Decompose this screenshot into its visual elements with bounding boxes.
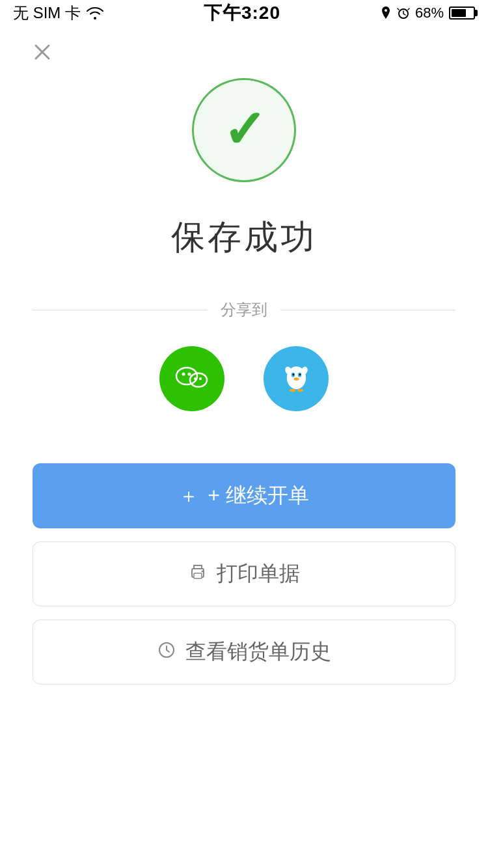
battery-icon	[449, 7, 475, 20]
continue-button[interactable]: ＋ + 继续开单	[33, 463, 455, 528]
status-right-icons: 68%	[380, 5, 475, 21]
battery-percent: 68%	[415, 5, 444, 21]
history-svg	[157, 640, 176, 660]
print-button[interactable]: 打印单据	[33, 541, 455, 606]
continue-label: + 继续开单	[208, 481, 309, 510]
history-icon	[157, 640, 176, 664]
svg-point-6	[188, 373, 191, 376]
status-bar: 无 SIM 卡 下午3:20 68%	[0, 0, 488, 26]
alarm-icon	[397, 7, 410, 20]
svg-point-21	[202, 570, 204, 572]
success-circle: ✓	[192, 78, 296, 182]
close-button[interactable]	[26, 36, 59, 68]
history-button[interactable]: 查看销货单历史	[33, 619, 455, 685]
wechat-share-button[interactable]	[159, 346, 224, 411]
share-icons-row	[159, 346, 329, 411]
svg-point-12	[292, 373, 294, 375]
status-time: 下午3:20	[204, 1, 280, 25]
printer-svg	[188, 562, 208, 582]
divider-left	[33, 310, 208, 310]
checkmark-icon: ✓	[223, 104, 266, 156]
success-title: 保存成功	[171, 215, 317, 260]
history-label: 查看销货单历史	[185, 638, 331, 666]
plus-icon: ＋	[179, 483, 198, 509]
share-label: 分享到	[221, 299, 267, 320]
close-icon	[31, 40, 54, 64]
carrier-text: 无 SIM 卡	[13, 3, 81, 23]
svg-point-7	[194, 377, 197, 380]
divider-right	[280, 310, 455, 310]
status-carrier: 无 SIM 卡	[13, 3, 104, 23]
svg-point-3	[176, 368, 197, 385]
qq-logo-icon	[278, 361, 314, 397]
svg-point-13	[299, 373, 301, 375]
svg-point-16	[297, 388, 303, 392]
qq-share-button[interactable]	[264, 346, 329, 411]
wifi-icon	[86, 7, 104, 20]
location-icon	[380, 6, 392, 20]
svg-point-15	[289, 388, 295, 392]
print-label: 打印单据	[217, 560, 300, 588]
svg-point-8	[199, 377, 202, 380]
divider-row: 分享到	[33, 299, 455, 320]
main-content: ✓ 保存成功 分享到	[0, 26, 488, 685]
wechat-logo-icon	[172, 359, 211, 398]
svg-point-14	[293, 377, 299, 381]
share-section: 分享到	[0, 299, 488, 411]
print-icon	[188, 562, 208, 586]
svg-point-4	[190, 373, 207, 387]
svg-point-5	[182, 373, 185, 376]
actions-container: ＋ + 继续开单 打印单据 查看销货单历	[33, 463, 455, 685]
svg-rect-20	[194, 573, 202, 578]
